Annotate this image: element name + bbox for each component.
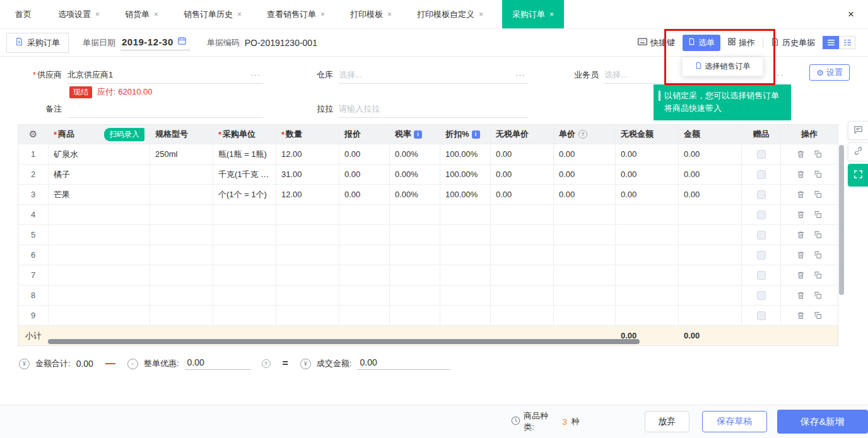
cell-spec[interactable] <box>150 265 213 285</box>
gift-checkbox[interactable] <box>757 231 766 239</box>
copy-row-icon[interactable] <box>814 311 822 320</box>
cell-spec[interactable] <box>150 205 213 224</box>
cell-tax[interactable]: 0.00% <box>390 185 440 204</box>
cell-unit[interactable] <box>213 285 276 305</box>
salesman-picker-icon[interactable]: ··· <box>773 70 786 79</box>
column-settings-icon[interactable]: ⚙ <box>29 129 37 140</box>
delete-row-icon[interactable] <box>797 190 805 199</box>
cell-unit[interactable] <box>213 306 276 325</box>
cell-price[interactable] <box>554 225 616 245</box>
cell-notax-price[interactable]: 0.00 <box>491 164 554 184</box>
cell-product[interactable] <box>49 205 150 224</box>
cell-unit[interactable] <box>213 205 276 224</box>
cell-price[interactable] <box>554 265 616 285</box>
delete-row-icon[interactable] <box>797 311 805 320</box>
tab-home[interactable]: 首页 <box>11 0 35 28</box>
tab-sales-slip[interactable]: 销货单× <box>119 0 165 28</box>
gift-checkbox[interactable] <box>757 150 766 159</box>
cell-product[interactable]: 橘子 <box>49 164 150 184</box>
delete-row-icon[interactable] <box>797 170 805 178</box>
tab-print-template-custom[interactable]: 打印模板自定义× <box>411 0 490 28</box>
grid-view-toggle[interactable] <box>839 36 855 49</box>
copy-row-icon[interactable] <box>814 271 822 279</box>
cell-unit[interactable]: 瓶(1瓶 = 1瓶) <box>213 144 276 164</box>
cell-quote[interactable] <box>339 205 390 224</box>
cell-quote[interactable] <box>339 285 390 305</box>
cell-discount[interactable] <box>440 225 491 245</box>
cell-qty[interactable] <box>276 225 339 245</box>
actions-button[interactable]: 操作 <box>728 37 755 49</box>
cell-product[interactable]: 矿泉水 <box>49 144 150 164</box>
cell-qty[interactable]: 12.00 <box>276 144 339 164</box>
delete-row-icon[interactable] <box>797 291 805 299</box>
copy-row-icon[interactable] <box>814 170 822 178</box>
cell-price[interactable] <box>554 205 616 224</box>
copy-row-icon[interactable] <box>814 150 822 158</box>
cell-discount[interactable] <box>440 245 491 265</box>
abandon-button[interactable]: 放弃 <box>645 411 689 432</box>
cell-spec[interactable]: 250ml <box>150 144 213 164</box>
cell-tax[interactable] <box>390 285 440 305</box>
list-view-toggle[interactable] <box>823 36 839 49</box>
cell-unit[interactable] <box>213 265 276 285</box>
cell-tax[interactable] <box>390 265 440 285</box>
cell-tax[interactable] <box>390 245 440 265</box>
cell-unit[interactable] <box>213 225 276 245</box>
scan-entry-button[interactable]: 扫码录入 <box>104 128 144 141</box>
gift-checkbox[interactable] <box>757 291 766 300</box>
tab-purchase-order-active[interactable]: 采购订单× <box>502 0 564 28</box>
cell-spec[interactable] <box>150 285 213 305</box>
page-tab-purchase-order[interactable]: 采购订单 <box>6 33 69 53</box>
copy-row-icon[interactable] <box>814 251 822 259</box>
cell-product[interactable] <box>49 285 150 305</box>
final-amount-input[interactable]: 0.00 <box>357 357 450 370</box>
cell-spec[interactable] <box>150 185 213 204</box>
close-tab-icon[interactable]: × <box>95 10 100 19</box>
cell-discount[interactable]: 100.00% <box>440 164 491 184</box>
settings-button[interactable]: ⚙ 设置 <box>809 64 850 81</box>
cell-quote[interactable] <box>339 225 390 245</box>
link-button[interactable] <box>848 142 868 161</box>
delete-row-icon[interactable] <box>797 210 805 219</box>
cell-spec[interactable] <box>150 306 213 325</box>
cell-discount[interactable]: 100.00% <box>440 144 491 164</box>
discount-info-icon[interactable]: i <box>472 130 480 139</box>
cell-quote[interactable] <box>339 306 390 325</box>
lala-input[interactable]: 请输入拉拉 <box>339 100 528 118</box>
cell-spec[interactable] <box>150 225 213 245</box>
close-tab-icon[interactable]: × <box>549 10 554 19</box>
delete-row-icon[interactable] <box>797 271 805 279</box>
gift-checkbox[interactable] <box>757 311 766 320</box>
cell-discount[interactable] <box>440 205 491 224</box>
calendar-icon[interactable] <box>177 36 187 47</box>
save-and-new-button[interactable]: 保存&新增 <box>777 410 868 434</box>
close-tab-icon[interactable]: × <box>237 10 242 19</box>
cell-tax[interactable]: 0.00% <box>390 164 440 184</box>
price-help-icon[interactable]: ? <box>578 130 587 139</box>
cell-unit[interactable]: 个(1个 = 1个) <box>213 185 276 204</box>
cell-notax-price[interactable] <box>491 285 554 305</box>
cell-price[interactable] <box>554 285 616 305</box>
close-tab-icon[interactable]: × <box>387 10 392 19</box>
cell-product[interactable] <box>49 225 150 245</box>
fullscreen-button[interactable] <box>848 164 868 187</box>
discount-input[interactable]: 0.00 <box>185 357 251 370</box>
remark-input[interactable] <box>67 100 263 118</box>
cell-price[interactable] <box>554 245 616 265</box>
close-all-icon[interactable]: × <box>834 0 868 28</box>
discount-help-icon[interactable]: ? <box>262 359 271 368</box>
supplier-input[interactable]: 北京供应商1 ··· <box>67 66 263 84</box>
cell-qty[interactable] <box>276 306 339 325</box>
cell-product[interactable] <box>49 265 150 285</box>
cell-qty[interactable] <box>276 285 339 305</box>
cell-unit[interactable] <box>213 245 276 265</box>
cell-product[interactable]: 芒果 <box>49 185 150 204</box>
cell-discount[interactable] <box>440 285 491 305</box>
cell-notax-price[interactable]: 0.00 <box>491 185 554 204</box>
save-draft-button[interactable]: 保存草稿 <box>702 411 767 432</box>
tab-options[interactable]: 选项设置× <box>52 0 106 28</box>
cell-notax-price[interactable] <box>491 225 554 245</box>
cell-qty[interactable] <box>276 205 339 224</box>
cell-quote[interactable]: 0.00 <box>339 185 390 204</box>
cell-notax-price[interactable]: 0.00 <box>491 144 554 164</box>
